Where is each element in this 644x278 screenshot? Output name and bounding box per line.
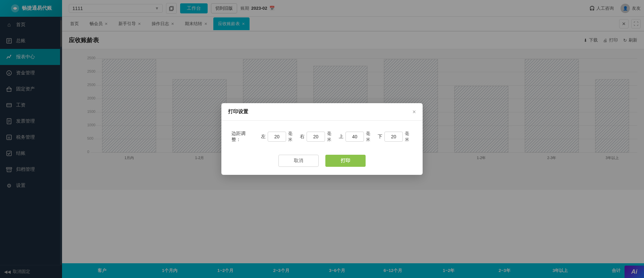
margin-bottom-input[interactable] <box>384 132 403 142</box>
margin-bottom-group: 下 毫米 <box>378 131 413 143</box>
modal-body: 边距调整： 左 毫米 右 毫米 上 毫米 下 <box>221 121 423 149</box>
margin-adjust-label: 边距调整： <box>231 131 254 143</box>
margin-top-input[interactable] <box>345 132 364 142</box>
margin-left-group: 左 毫米 <box>261 131 296 143</box>
margin-bottom-label: 下 <box>378 134 382 140</box>
margin-top-label: 上 <box>339 134 343 140</box>
margin-right-input[interactable] <box>307 132 325 142</box>
margin-left-label: 左 <box>261 134 266 140</box>
print-dialog: 打印设置 × 边距调整： 左 毫米 右 毫米 上 毫米 <box>221 103 423 175</box>
margin-top-unit: 毫米 <box>366 131 374 143</box>
margin-left-unit: 毫米 <box>288 131 296 143</box>
modal-close-button[interactable]: × <box>412 109 416 115</box>
cancel-button[interactable]: 取消 <box>278 155 319 167</box>
modal-overlay: 打印设置 × 边距调整： 左 毫米 右 毫米 上 毫米 <box>0 0 644 278</box>
margin-top-group: 上 毫米 <box>339 131 374 143</box>
confirm-print-button[interactable]: 打印 <box>325 155 366 167</box>
modal-title: 打印设置 <box>228 109 412 115</box>
margin-right-label: 右 <box>300 134 305 140</box>
margin-right-unit: 毫米 <box>327 131 335 143</box>
modal-header: 打印设置 × <box>221 103 423 121</box>
margin-row: 边距调整： 左 毫米 右 毫米 上 毫米 下 <box>231 131 413 143</box>
margin-right-group: 右 毫米 <box>300 131 335 143</box>
modal-footer: 取消 打印 <box>221 149 423 175</box>
margin-left-input[interactable] <box>268 132 286 142</box>
margin-bottom-unit: 毫米 <box>405 131 413 143</box>
